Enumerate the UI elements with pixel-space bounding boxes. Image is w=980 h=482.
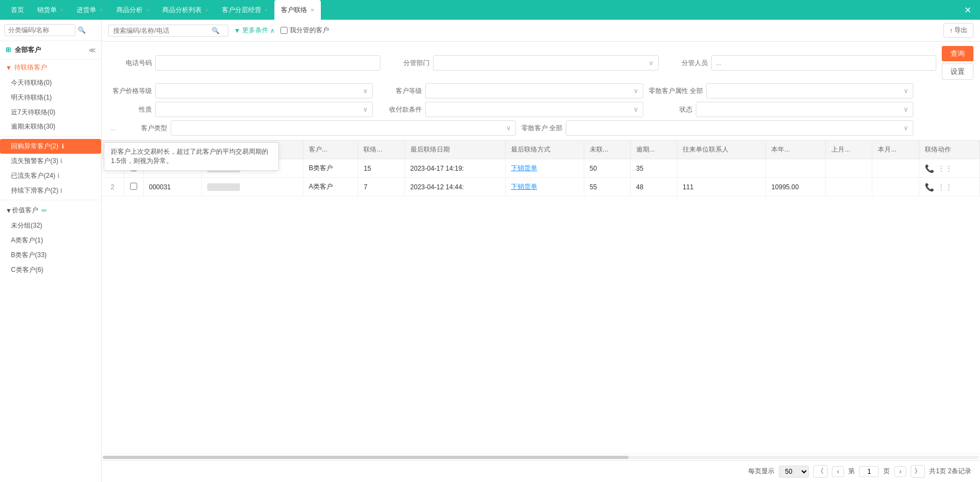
- edit-icon[interactable]: ✏: [42, 207, 47, 214]
- dept-select[interactable]: ∨: [433, 55, 658, 71]
- row-1-level: B类客户: [303, 159, 358, 178]
- row-1-more-action-icon[interactable]: ⋮⋮: [937, 164, 953, 173]
- nav-home[interactable]: 首页: [4, 0, 31, 20]
- row-1-overdue: 35: [630, 159, 677, 178]
- sidebar-item-churn-warning[interactable]: 流失预警客户(3) ℹ: [0, 154, 101, 169]
- sidebar-item-class-c[interactable]: C类客户(6): [0, 263, 101, 277]
- content-area: 🔍 ▼ 更多条件 ∧ 我分管的客户 ↑ 导出: [102, 20, 980, 482]
- nav-customer-segment[interactable]: 客户分层经营 ×: [215, 0, 274, 20]
- person-label: 分管人员: [664, 59, 708, 68]
- prev-page-button[interactable]: ‹: [832, 466, 844, 477]
- sidebar-search-area: 🔍: [0, 20, 101, 41]
- close-sales-order-icon[interactable]: ×: [60, 7, 63, 13]
- table-row: 2 000031 A类客户 7 2023-04-12 14:44: 下销货单 5…: [102, 178, 980, 196]
- row-1-unit-contact: [677, 159, 765, 178]
- filter-cust-level: 客户等级 ∨: [378, 83, 643, 98]
- filter-status: 状态 ∨: [649, 102, 913, 117]
- main-layout: 🔍 ⊞ 全部客户 ≪ ▼ 待联络客户 今天待联络(0) 明天待联络(1) 近7天…: [0, 20, 980, 482]
- cust-level-arrow-icon: ∨: [633, 87, 638, 95]
- sidebar-item-declining[interactable]: 持续下滑客户(2) ℹ: [0, 183, 101, 198]
- close-purchase-order-icon[interactable]: ×: [99, 7, 103, 13]
- sidebar-group-pending-contact[interactable]: ▼ 待联络客户: [0, 60, 101, 76]
- my-customer-checkbox[interactable]: 我分管的客户: [280, 26, 329, 35]
- cust-level-select[interactable]: ∨: [425, 83, 643, 98]
- row-2-check[interactable]: [124, 178, 143, 196]
- cust-type-select[interactable]: ∨: [171, 120, 516, 136]
- gender-select[interactable]: ∨: [155, 102, 373, 117]
- col-overdue-header: 逾期...: [630, 141, 677, 159]
- nav-product-analysis[interactable]: 商品分析 ×: [110, 0, 156, 20]
- sidebar: 🔍 ⊞ 全部客户 ≪ ▼ 待联络客户 今天待联络(0) 明天待联络(1) 近7天…: [0, 20, 102, 482]
- row-2-more-action-icon[interactable]: ⋮⋮: [937, 183, 953, 191]
- phone-input[interactable]: [155, 55, 380, 71]
- filter-person: 分管人员 ...: [664, 55, 936, 71]
- sidebar-collapse-icon[interactable]: ≪: [89, 47, 96, 54]
- payment-select[interactable]: ∨: [425, 102, 643, 117]
- query-button[interactable]: 查询: [942, 46, 973, 61]
- setting-button[interactable]: 设置: [942, 63, 973, 80]
- row-1-phone-action-icon[interactable]: 📞: [925, 164, 934, 173]
- arrow-down-icon: ▼: [5, 64, 12, 72]
- row-2-checkbox[interactable]: [130, 183, 137, 190]
- arrow-down-icon2: ▼: [5, 207, 12, 214]
- sidebar-group-value-customer[interactable]: ▼ 价值客户 ✏: [0, 202, 101, 218]
- close-all-tabs-button[interactable]: ✕: [960, 5, 976, 15]
- close-customer-contact-icon[interactable]: ×: [310, 7, 314, 13]
- row-1-contact: 15: [358, 159, 404, 178]
- sidebar-body: ▼ 待联络客户 今天待联络(0) 明天待联络(1) 近7天待联络(0) 逾期未联…: [0, 60, 101, 482]
- filter-dept: 分管部门 ∨: [386, 55, 658, 71]
- price-level-select[interactable]: ∨: [155, 83, 373, 98]
- per-page-label: 每页显示: [748, 467, 774, 476]
- sidebar-search-icon[interactable]: 🔍: [78, 26, 86, 34]
- col-this-year-header: 本年...: [766, 141, 826, 159]
- row-2-phone-action-icon[interactable]: 📞: [925, 183, 934, 191]
- sidebar-item-today-pending[interactable]: 今天待联络(0): [0, 76, 101, 90]
- filter-dots[interactable]: ...: [108, 124, 118, 132]
- page-end-label: 页: [883, 467, 890, 476]
- close-product-analysis-list-icon[interactable]: ×: [205, 7, 208, 13]
- zero-customer-select[interactable]: ∨: [566, 120, 913, 136]
- sidebar-item-7day-pending[interactable]: 近7天待联络(0): [0, 105, 101, 120]
- search-input[interactable]: [113, 27, 212, 34]
- export-button[interactable]: ↑ 导出: [943, 23, 973, 38]
- sidebar-item-overdue-pending[interactable]: 逾期未联络(30): [0, 119, 101, 134]
- nav-product-analysis-list[interactable]: 商品分析列表 ×: [156, 0, 215, 20]
- gender-arrow-icon: ∨: [363, 106, 368, 113]
- nav-customer-contact[interactable]: 客户联络 ×: [274, 0, 320, 20]
- more-conditions-button[interactable]: ▼ 更多条件 ∧: [234, 26, 275, 35]
- search-submit-icon[interactable]: 🔍: [212, 27, 220, 34]
- close-product-analysis-icon[interactable]: ×: [146, 7, 149, 13]
- sidebar-item-tomorrow-pending[interactable]: 明天待联络(1): [0, 90, 101, 105]
- row-1-last-way[interactable]: 下销货单: [505, 159, 584, 178]
- nav-sales-order[interactable]: 销货单 ×: [31, 0, 70, 20]
- sidebar-item-class-b[interactable]: B类客户(33): [0, 248, 101, 263]
- person-select[interactable]: ...: [711, 55, 936, 71]
- price-level-arrow-icon: ∨: [363, 87, 368, 95]
- row-2-last-way[interactable]: 下销货单: [505, 178, 584, 196]
- payment-label: 收付款条件: [378, 105, 422, 114]
- first-page-button[interactable]: 《: [813, 465, 828, 478]
- zero-customer-arrow-icon: ∨: [903, 124, 908, 132]
- close-customer-segment-icon[interactable]: ×: [265, 7, 268, 13]
- per-page-select[interactable]: 50 20 100: [779, 466, 809, 478]
- sidebar-search-input[interactable]: [4, 24, 75, 36]
- page-number-input[interactable]: [859, 466, 879, 477]
- horizontal-scrollbar[interactable]: [102, 454, 980, 460]
- next-page-button[interactable]: ›: [894, 466, 906, 477]
- sidebar-item-repurchase-abnormal[interactable]: 回购异常客户(2) ℹ: [0, 139, 101, 154]
- price-level-label: 客户价格等级: [108, 86, 152, 96]
- scrollbar-thumb[interactable]: [103, 456, 629, 459]
- sidebar-item-ungrouped[interactable]: 未分组(32): [0, 218, 101, 233]
- nav-purchase-order[interactable]: 进货单 ×: [70, 0, 109, 20]
- last-page-button[interactable]: 》: [911, 465, 925, 478]
- info-icon: ℹ: [62, 143, 64, 149]
- zero-attr-select[interactable]: ∨: [706, 83, 913, 98]
- sidebar-all-customers-header: ⊞ 全部客户 ≪: [0, 41, 101, 60]
- scrollbar-track: [103, 456, 979, 459]
- sidebar-item-class-a[interactable]: A类客户(1): [0, 233, 101, 248]
- my-customer-check[interactable]: [280, 27, 287, 34]
- col-last-contact-date-header: 最后联络日期: [404, 141, 505, 159]
- data-table-container: ⚙ 客户编码 客户名称 客户... 联络...: [102, 141, 980, 454]
- sidebar-item-churned[interactable]: 已流失客户(24) ℹ: [0, 169, 101, 183]
- status-select[interactable]: ∨: [696, 102, 913, 117]
